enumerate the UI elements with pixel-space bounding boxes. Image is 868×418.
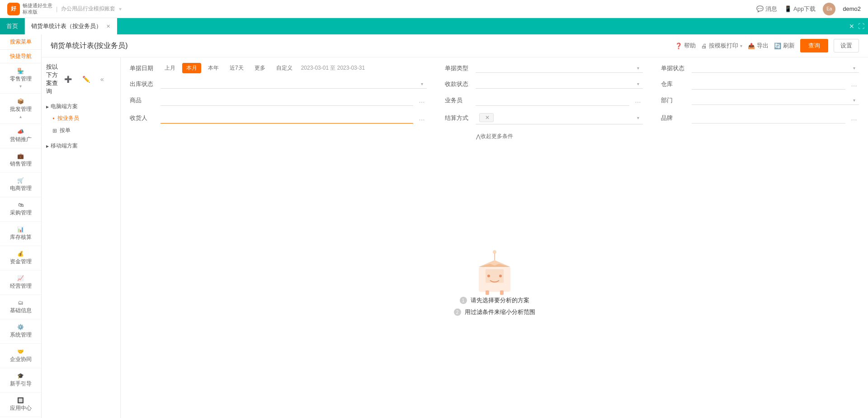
app-download-button[interactable]: 📱 App下载 — [784, 5, 816, 13]
settle-select[interactable]: ✕ ▾ — [476, 111, 643, 124]
filter-receiver-field: 收货人 … — [130, 113, 427, 124]
logo-icon: 好 — [7, 3, 20, 15]
collect-arrow: ▾ — [637, 81, 639, 86]
sidebar-item-ecom[interactable]: 🛒 电商管理 — [0, 173, 41, 197]
tab-home[interactable]: 首页 — [0, 18, 25, 34]
help-button[interactable]: ❓ 帮助 — [675, 42, 696, 50]
sidebar-item-company[interactable]: 🤝 企业协同 — [0, 344, 41, 368]
page-title: 销货单统计表(按业务员) — [51, 41, 128, 51]
order-type-select[interactable]: ▾ — [476, 64, 643, 73]
setting-button[interactable]: 设置 — [834, 39, 859, 52]
sidebar-item-wholesale[interactable]: 📦 批发管理 ▴ — [0, 94, 41, 124]
refresh-button[interactable]: 🔄 刷新 — [774, 42, 795, 50]
sidebar-item-retail[interactable]: 🏪 零售管理 ▾ — [0, 63, 41, 94]
settle-tag-close[interactable]: ✕ — [485, 114, 490, 121]
tab-sales-stat[interactable]: 销货单统计表（按业务员） ✕ — [25, 18, 117, 34]
svg-point-3 — [499, 275, 502, 277]
brand-input[interactable] — [692, 113, 845, 124]
tab-close-icon[interactable]: ✕ — [106, 24, 110, 29]
ship-select[interactable]: ▾ — [160, 80, 427, 89]
mobile-arrow: ▸ — [46, 143, 49, 149]
filter-collect-field: 收款状态 ▾ — [445, 80, 643, 89]
retail-icon: 🏪 — [17, 68, 24, 74]
tab-bar-actions: ✕ ⛶ — [845, 18, 868, 34]
svg-point-7 — [493, 250, 496, 254]
message-button[interactable]: 💬 消息 — [756, 5, 777, 13]
filter-row-3: 商品 … 业务员 … 部 — [130, 95, 859, 106]
sidebar-item-marketing[interactable]: 📣 营销推广 — [0, 124, 41, 148]
sidebar-item-newbie[interactable]: 🎓 新手引导 — [0, 368, 41, 393]
date-tag-custom[interactable]: 自定义 — [272, 63, 297, 73]
dept-arrow: ▾ — [853, 98, 855, 103]
print-button[interactable]: 🖨 按模板打印 ▾ — [701, 42, 742, 50]
receiver-dots[interactable]: … — [417, 114, 427, 122]
ship-label: 出库状态 — [130, 80, 157, 88]
marketing-icon: 📣 — [17, 128, 24, 135]
wholesale-arrow: ▴ — [19, 114, 22, 119]
sidebar-item-finance[interactable]: 💰 资金管理 — [0, 246, 41, 271]
retail-arrow: ▾ — [19, 84, 22, 89]
goods-input[interactable] — [160, 95, 413, 106]
sidebar-item-inventory[interactable]: 📊 库存核算 — [0, 222, 41, 246]
wholesale-icon: 📦 — [17, 98, 24, 104]
scheme-collapse-icon[interactable]: « — [100, 76, 116, 83]
order-status-select[interactable]: ▾ — [692, 64, 859, 73]
sidebar-quick-nav[interactable]: 快捷导航 — [0, 50, 41, 63]
date-tag-this-year[interactable]: 本年 — [204, 63, 223, 73]
warehouse-dots[interactable]: … — [849, 81, 859, 88]
query-button[interactable]: 查询 — [800, 39, 828, 52]
ops-icon: 📈 — [17, 275, 24, 281]
salesman-label: 业务员 — [445, 96, 472, 104]
filter-warehouse-field: 仓库 … — [661, 79, 859, 90]
top-bar-left: 好 畅捷通好生意 标准版 | 办公用品行业模拟账套 ▾ — [7, 3, 122, 15]
goods-label: 商品 — [130, 96, 157, 104]
date-tag-last-month[interactable]: 上月 — [160, 63, 179, 73]
export-button[interactable]: 📤 导出 — [748, 42, 769, 50]
page-actions: ❓ 帮助 🖨 按模板打印 ▾ 📤 导出 🔄 刷新 — [675, 39, 859, 52]
salesman-dots[interactable]: … — [633, 97, 643, 104]
sidebar-item-ops[interactable]: 📈 经营管理 — [0, 271, 41, 295]
scheme-group-desktop: ▸ 电脑端方案 ● 按业务员 ⊞ 按单 — [42, 99, 120, 138]
desktop-arrow: ▸ — [46, 104, 49, 110]
goods-dots[interactable]: … — [417, 97, 427, 104]
warehouse-input[interactable] — [692, 79, 845, 90]
logo[interactable]: 好 畅捷通好生意 标准版 — [7, 3, 52, 15]
table-area: 1 请先选择要分析的方案 2 用过滤条件来缩小分析范围 — [121, 148, 868, 418]
sidebar-item-basic[interactable]: 🗂 基础信息 — [0, 295, 41, 319]
filter-row-1: 单据日期 上月 本月 本年 近7天 更多 自定义 2023-03-01 至 20… — [130, 63, 859, 73]
scheme-group-desktop-title[interactable]: ▸ 电脑端方案 — [42, 101, 120, 112]
sidebar-item-system[interactable]: ⚙️ 系统管理 — [0, 319, 41, 344]
collapse-arrow: ⋀ — [476, 133, 481, 140]
filter-dept-field: 部门 ▾ — [661, 96, 859, 105]
date-tag-7days[interactable]: 近7天 — [226, 63, 248, 73]
sidebar-search[interactable]: 搜索菜单 — [0, 34, 41, 50]
scheme-group-mobile-title[interactable]: ▸ 移动端方案 — [42, 140, 120, 152]
ecom-icon: 🛒 — [17, 177, 24, 184]
logo-text: 畅捷通好生意 标准版 — [23, 3, 52, 14]
scheme-item-by-order[interactable]: ⊞ 按单 — [42, 124, 120, 137]
sales-icon: 💼 — [17, 153, 24, 159]
sidebar-item-purchase[interactable]: 🛍 采购管理 — [0, 197, 41, 222]
brand-dots[interactable]: … — [849, 114, 859, 122]
receiver-input[interactable] — [160, 113, 413, 124]
scheme-item-by-salesman[interactable]: ● 按业务员 — [42, 112, 120, 124]
tab-expand-icon[interactable]: ⛶ — [858, 23, 864, 30]
salesman-input[interactable] — [476, 95, 629, 106]
brand-label: 品牌 — [661, 114, 688, 122]
date-tag-this-month[interactable]: 本月 — [182, 63, 201, 73]
collapse-button[interactable]: ⋀ 收起更多条件 — [130, 130, 859, 143]
sidebar-item-apps[interactable]: 🔲 应用中心 — [0, 393, 41, 417]
collect-select[interactable]: ▾ — [476, 80, 643, 89]
home-label: 首页 — [6, 22, 18, 30]
message-icon: 💬 — [756, 5, 764, 12]
sidebar-item-sales[interactable]: 💼 销售管理 — [0, 148, 41, 173]
user-name[interactable]: demo2 — [843, 5, 861, 12]
empty-state: 1 请先选择要分析的方案 2 用过滤条件来缩小分析范围 — [436, 228, 553, 338]
date-tag-more[interactable]: 更多 — [250, 63, 269, 73]
tab-close-all-icon[interactable]: ✕ — [849, 23, 854, 30]
dept-select[interactable]: ▾ — [692, 96, 859, 105]
scheme-edit-icon[interactable]: ✏️ — [82, 76, 98, 83]
main-area: 搜索菜单 快捷导航 🏪 零售管理 ▾ 📦 批发管理 ▴ 📣 营销推广 💼 销售管… — [0, 34, 868, 418]
export-icon: 📤 — [748, 43, 755, 49]
scheme-add-icon[interactable]: ➕ — [64, 76, 80, 83]
